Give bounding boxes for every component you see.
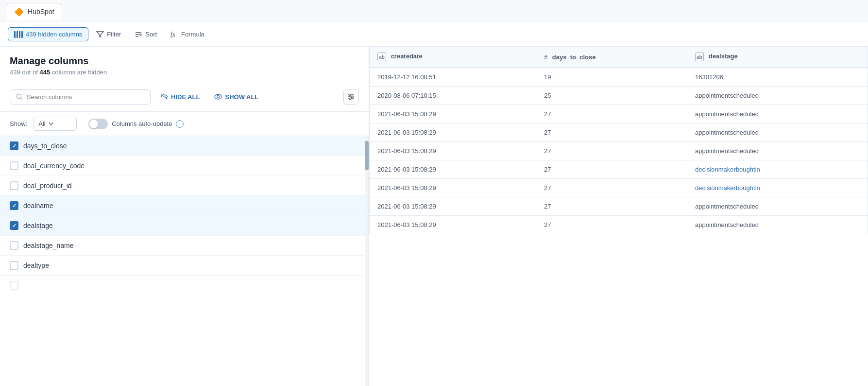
filter-label: Filter xyxy=(107,31,121,38)
column-header-days_to_close[interactable]: # days_to_close xyxy=(536,47,687,68)
cell-createdate: 2021-06-03 15:08:29 xyxy=(370,197,536,216)
cell-createdate: 2021-06-03 15:08:29 xyxy=(370,216,536,234)
cell-days_to_close: 27 xyxy=(536,160,687,179)
list-item[interactable]: deal_product_id xyxy=(0,176,369,196)
table-row: 2020-08-06 07:10:1525appointmentschedule… xyxy=(370,87,868,105)
sort-button[interactable]: Sort xyxy=(129,28,163,41)
formula-button[interactable]: fx Formula xyxy=(165,28,210,41)
column-list: days_to_close deal_currency_code deal_pr… xyxy=(0,136,369,386)
cell-dealstage: appointmentscheduled xyxy=(687,87,868,105)
cell-days_to_close: 27 xyxy=(536,179,687,197)
main-layout: Manage columns 439 out of 445 columns ar… xyxy=(0,47,868,386)
table-row: 2021-06-03 15:08:2927decisionmakerbought… xyxy=(370,160,868,179)
cell-days_to_close: 27 xyxy=(536,197,687,216)
column-checkbox-partial[interactable] xyxy=(10,281,18,290)
table-row: 2021-06-03 15:08:2927appointmentschedule… xyxy=(370,105,868,123)
svg-point-16 xyxy=(351,96,353,98)
list-item[interactable]: dealtype xyxy=(0,256,369,276)
column-settings-button[interactable] xyxy=(343,89,359,105)
toggle-knob xyxy=(89,120,98,128)
column-checkbox-deal_currency_code[interactable] xyxy=(10,161,18,170)
hide-icon xyxy=(160,94,168,100)
cell-createdate: 2021-06-03 15:08:29 xyxy=(370,179,536,197)
search-input[interactable] xyxy=(27,93,144,101)
col-header-label: dealstage xyxy=(709,53,738,60)
columns-icon xyxy=(14,31,23,38)
formula-icon: fx xyxy=(170,31,178,38)
col-type-hash-icon: # xyxy=(544,53,547,61)
col-header-label: days_to_close xyxy=(552,53,596,61)
cell-dealstage[interactable]: decisionmakerboughtin xyxy=(687,160,868,179)
col-header-label: createdate xyxy=(391,53,423,60)
table-header-row: ab createdate # days_to_close ab dealsta… xyxy=(370,47,868,68)
cell-createdate: 2021-06-03 15:08:29 xyxy=(370,123,536,142)
column-checkbox-days_to_close[interactable] xyxy=(10,141,18,150)
show-filter-select[interactable]: All xyxy=(33,117,77,131)
column-name: dealname xyxy=(23,202,53,210)
cell-dealstage: appointmentscheduled xyxy=(687,197,868,216)
dealstage-link[interactable]: decisionmakerboughtin xyxy=(695,166,760,173)
show-all-label: SHOW ALL xyxy=(225,93,258,101)
column-name: dealstage xyxy=(23,222,53,229)
settings-icon xyxy=(347,93,355,101)
data-table: ab createdate # days_to_close ab dealsta… xyxy=(369,47,868,234)
column-checkbox-dealtype[interactable] xyxy=(10,261,18,270)
cell-days_to_close: 27 xyxy=(536,105,687,123)
svg-point-8 xyxy=(17,94,21,99)
hubspot-tab[interactable]: 🔶 HubSpot xyxy=(6,3,62,20)
dealstage-link[interactable]: decisionmakerboughtin xyxy=(695,184,760,192)
column-header-createdate[interactable]: ab createdate xyxy=(370,47,536,68)
formula-label: Formula xyxy=(181,31,204,38)
sort-icon xyxy=(135,31,142,38)
column-checkbox-dealstage_name[interactable] xyxy=(10,241,18,250)
toggle-container: Columns auto-update i xyxy=(88,119,184,129)
cell-dealstage: 16301206 xyxy=(687,68,868,87)
cell-days_to_close: 27 xyxy=(536,142,687,160)
chevron-down-icon xyxy=(49,122,53,126)
list-item[interactable]: dealstage xyxy=(0,216,369,236)
tab-label: HubSpot xyxy=(28,8,54,16)
scrollbar-thumb[interactable] xyxy=(365,141,369,170)
cell-createdate: 2021-06-03 15:08:29 xyxy=(370,160,536,179)
table-row: 2021-06-03 15:08:2927appointmentschedule… xyxy=(370,197,868,216)
cell-dealstage: appointmentscheduled xyxy=(687,105,868,123)
table-row: 2021-06-03 15:08:2927appointmentschedule… xyxy=(370,123,868,142)
table-row: 2019-12-12 16:00:511916301206 xyxy=(370,68,868,87)
svg-rect-1 xyxy=(17,31,18,38)
svg-point-10 xyxy=(215,94,221,99)
column-checkbox-dealname[interactable] xyxy=(10,201,18,210)
hide-all-label: HIDE ALL xyxy=(171,93,200,101)
column-checkbox-deal_product_id[interactable] xyxy=(10,181,18,190)
filter-button[interactable]: Filter xyxy=(90,28,127,41)
cell-days_to_close: 27 xyxy=(536,123,687,142)
table-row: 2021-06-03 15:08:2927decisionmakerbought… xyxy=(370,179,868,197)
column-checkbox-dealstage[interactable] xyxy=(10,221,18,230)
list-item[interactable]: dealname xyxy=(0,196,369,216)
cell-days_to_close: 25 xyxy=(536,87,687,105)
svg-point-17 xyxy=(349,98,351,100)
show-all-button[interactable]: SHOW ALL xyxy=(209,90,263,104)
subtitle-suffix: columns are hidden xyxy=(50,69,107,76)
auto-update-toggle[interactable] xyxy=(88,119,108,129)
list-item[interactable]: days_to_close xyxy=(0,136,369,156)
cell-dealstage[interactable]: decisionmakerboughtin xyxy=(687,179,868,197)
svg-text:fx: fx xyxy=(170,31,176,38)
search-icon xyxy=(16,93,23,100)
list-item[interactable] xyxy=(0,276,369,295)
info-icon[interactable]: i xyxy=(176,120,184,128)
hidden-columns-button[interactable]: 439 hidden columns xyxy=(8,27,88,41)
cell-createdate: 2021-06-03 15:08:29 xyxy=(370,142,536,160)
list-item[interactable]: deal_currency_code xyxy=(0,156,369,176)
hidden-columns-label: 439 hidden columns xyxy=(26,31,82,38)
scrollbar-track[interactable] xyxy=(365,136,369,386)
col-type-ab-icon: ab xyxy=(377,53,386,61)
hide-all-button[interactable]: HIDE ALL xyxy=(155,90,204,104)
column-header-dealstage[interactable]: ab dealstage xyxy=(687,47,868,68)
list-item[interactable]: dealstage_name xyxy=(0,236,369,256)
cell-dealstage: appointmentscheduled xyxy=(687,123,868,142)
cell-createdate: 2021-06-03 15:08:29 xyxy=(370,105,536,123)
filter-icon xyxy=(96,31,104,38)
subtitle-prefix: 439 out of xyxy=(10,69,39,76)
search-box[interactable] xyxy=(10,89,151,105)
cell-dealstage: appointmentscheduled xyxy=(687,216,868,234)
